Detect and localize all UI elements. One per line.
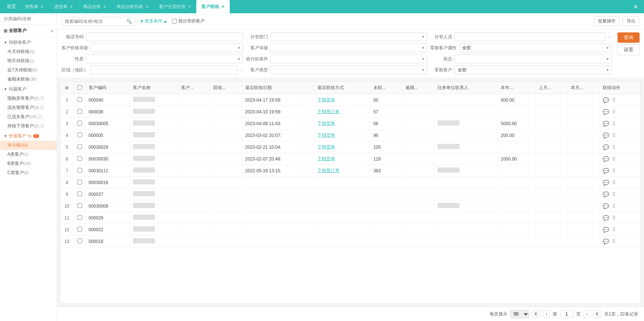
staff-more-icon[interactable]: ··· [608,34,612,39]
customer-type-select[interactable] [270,66,427,74]
filter-search-icon[interactable]: 🔍 [126,19,132,24]
row-checkbox[interactable] [74,106,85,118]
action-menu-icon[interactable]: ⠿ [612,109,616,115]
contact-method-link[interactable]: 下销货单 [317,97,335,102]
row-checkbox[interactable] [74,224,85,236]
row-select-checkbox[interactable] [77,121,82,126]
row-last-method[interactable]: 下销货单 [314,130,370,141]
row-last-method[interactable]: 下销货单 [314,94,370,106]
action-message-icon[interactable]: 💬 [603,109,609,115]
row-select-checkbox[interactable] [77,168,82,173]
row-checkbox[interactable] [74,236,85,247]
row-checkbox[interactable] [74,212,85,224]
tab-customer-segment[interactable]: 客户分层经营 ✕ [154,0,196,13]
contact-method-link[interactable]: 下销售订单 [317,168,339,173]
sidebar-item-abnormal[interactable]: 囤购异常客户(2) ⓘ [0,94,57,103]
contact-method-link[interactable]: 下销货单 [317,156,335,161]
tab-close-purchase[interactable]: ✕ [70,4,73,9]
action-message-icon[interactable]: 💬 [603,156,609,162]
sidebar-item-a-class[interactable]: A类客户(1) [0,150,57,159]
sidebar-search-input[interactable] [4,16,57,21]
row-select-checkbox[interactable] [77,156,82,161]
sidebar-item-7days[interactable]: 近7天待联络(0) [0,66,57,75]
prev-page-button[interactable]: ‹ [543,310,550,318]
row-select-checkbox[interactable] [77,180,82,184]
col-checkbox[interactable] [74,82,85,94]
select-all-checkbox[interactable] [77,85,82,90]
row-last-method[interactable]: 下销货单 [314,153,370,165]
sidebar-item-today[interactable]: 今天待联络(0) [0,47,57,56]
action-message-icon[interactable]: 💬 [603,97,609,103]
action-message-icon[interactable]: 💬 [603,144,609,150]
action-menu-icon[interactable]: ⠿ [612,191,616,197]
first-page-button[interactable]: K [532,310,540,318]
action-message-icon[interactable]: 💬 [603,227,609,233]
action-menu-icon[interactable]: ⠿ [612,144,616,150]
action-message-icon[interactable]: 💬 [603,133,609,138]
tab-home[interactable]: 首页 [3,3,20,10]
sidebar-item-declining[interactable]: 持续下滑客户(2) ⓘ [0,121,57,131]
reset-button[interactable]: 设置 [617,44,640,55]
sidebar-item-churn-warn[interactable]: 流失预警客户(3) ⓘ [0,103,57,112]
action-menu-icon[interactable]: ⠿ [612,97,616,103]
row-select-checkbox[interactable] [77,203,82,208]
row-last-method[interactable]: 下销货单 [314,118,370,130]
my-customers-check[interactable] [172,19,177,24]
row-checkbox[interactable] [74,165,85,177]
row-checkbox[interactable] [74,130,85,141]
row-select-checkbox[interactable] [77,97,82,102]
action-message-icon[interactable]: 💬 [603,215,609,221]
tab-sales[interactable]: 销售单 ✕ [20,0,49,13]
price-level-select[interactable] [90,43,243,52]
row-select-checkbox[interactable] [77,239,82,243]
action-menu-icon[interactable]: ⠿ [612,215,616,221]
tab-close-segment[interactable]: ✕ [188,4,191,9]
filter-search-box[interactable]: 🔍 [61,17,135,26]
page-input[interactable] [560,310,573,318]
row-checkbox[interactable] [74,153,85,165]
sidebar-item-tomorrow[interactable]: 明天待联络(1) [0,56,57,66]
customer-level-select[interactable] [270,43,427,52]
dept-select[interactable] [270,32,427,41]
action-message-icon[interactable]: 💬 [603,203,609,209]
row-checkbox[interactable] [74,94,85,106]
action-menu-icon[interactable]: ⠿ [612,203,616,209]
tab-close-contact[interactable]: ✕ [221,4,225,9]
action-menu-icon[interactable]: ⠿ [612,180,616,186]
contact-method-link[interactable]: 下销货单 [317,121,335,126]
query-button[interactable]: 查询 [617,32,640,43]
tab-close-analysis[interactable]: ✕ [103,4,106,9]
next-page-button[interactable]: › [584,310,590,318]
row-select-checkbox[interactable] [77,227,82,232]
sidebar-item-overdue[interactable]: 逾期未联络(30) [0,75,57,84]
action-menu-icon[interactable]: ⠿ [612,227,616,233]
my-customers-checkbox[interactable]: 我分管的客户 [172,18,205,24]
row-select-checkbox[interactable] [77,144,82,149]
action-menu-icon[interactable]: ⠿ [612,156,616,162]
sidebar-item-ungroup[interactable]: 未分组(32) [0,141,57,150]
row-last-method[interactable]: 下销售订单 [314,106,370,118]
zero-attr-select[interactable]: 全部 [459,43,612,52]
sidebar-item-churned[interactable]: 已流失客户(24) ⓘ [0,112,57,121]
row-select-checkbox[interactable] [77,109,82,114]
sidebar-collapse-button[interactable]: « [50,28,53,33]
export-button[interactable]: 导出 [623,16,640,26]
staff-input[interactable] [454,32,606,41]
tab-analysis-list[interactable]: 商品分析列表 ✕ [112,0,154,13]
region-more-icon[interactable]: ··· [239,67,243,73]
action-message-icon[interactable]: 💬 [603,191,609,197]
tab-close-sales[interactable]: ✕ [41,4,44,9]
zero-customer-select[interactable]: 全部 [454,66,612,74]
contact-method-link[interactable]: 下销售订单 [317,109,339,114]
sidebar-item-c-class[interactable]: C类客户(6) [0,168,57,177]
action-message-icon[interactable]: 💬 [603,180,609,186]
row-select-checkbox[interactable] [77,191,82,196]
action-menu-icon[interactable]: ⠿ [612,239,616,244]
tab-customer-contact[interactable]: 客户联络 ✕ [196,0,230,13]
row-checkbox[interactable] [74,118,85,130]
sidebar-all-customers[interactable]: ⊞ 全部客户 « [0,25,57,37]
row-checkbox[interactable] [74,200,85,212]
region-input[interactable] [90,66,237,74]
row-checkbox[interactable] [74,141,85,153]
tab-close-analysis-list[interactable]: ✕ [145,4,149,9]
